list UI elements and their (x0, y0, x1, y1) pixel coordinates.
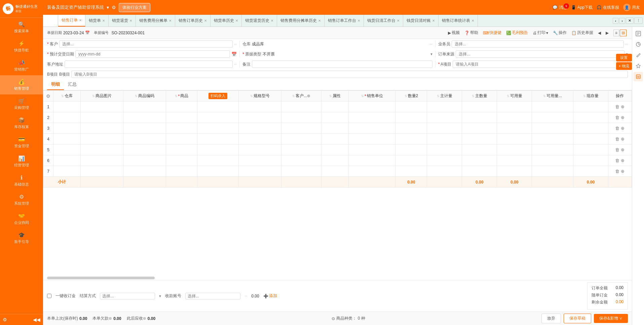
topbar-settings-icon[interactable]: ⚙ (112, 5, 116, 10)
tab-return-history[interactable]: 销货退货历史 ✕ (242, 15, 277, 27)
strip-icon-1[interactable] (634, 29, 643, 38)
tab-summary[interactable]: 汇总 (64, 79, 81, 90)
row-copy-icon[interactable]: ⊕ (621, 147, 624, 152)
view-btn[interactable]: ▶ 视频 (447, 29, 461, 36)
strip-icon-2[interactable] (634, 40, 643, 49)
calendar-icon[interactable]: 📅 (85, 31, 90, 35)
collapse-icon[interactable]: ◀◀ (33, 317, 40, 322)
warehouse-expand-icon[interactable]: ··· (429, 42, 432, 46)
operations-btn[interactable]: 🔧 操作 (552, 29, 568, 36)
delivery-calendar-icon[interactable]: 📅 (231, 52, 237, 57)
sidebar-item-inventory[interactable]: 📦 库存核算 (0, 114, 43, 133)
sidebar-item-finance[interactable]: 💳 资金管理 (0, 133, 43, 152)
save-draft-btn[interactable]: 保存草稿 (564, 314, 591, 323)
sidebar-item-purchase[interactable]: 🛒 采购管理 (0, 94, 43, 114)
one-click-checkbox[interactable] (47, 294, 51, 298)
message-btn[interactable]: 💬 9 消息 (553, 5, 567, 10)
online-service-btn[interactable]: 🎧 在线客服 (597, 5, 619, 10)
customer-expand-icon[interactable]: ··· (234, 42, 237, 46)
tab-close-icon[interactable]: ✕ (271, 19, 273, 23)
print-btn[interactable]: 🖨 打印 ▾ (531, 29, 550, 36)
tab-sales-fee[interactable]: 销售费用分摊单 ✕ (136, 15, 175, 27)
strip-icon-3[interactable] (634, 50, 643, 60)
tab-close-icon[interactable]: ✕ (432, 19, 435, 23)
account-input[interactable] (185, 293, 240, 299)
delivery-input[interactable] (75, 50, 230, 58)
row-copy-icon[interactable]: ⊕ (621, 126, 624, 131)
sidebar-item-marketing[interactable]: 📣 营销推广 (0, 56, 43, 75)
shortcut-btn[interactable]: ⌨ 快捷键 (482, 29, 503, 36)
user-btn[interactable]: 👤 用友 (623, 4, 640, 11)
row-delete-icon[interactable]: 🗑 (615, 147, 619, 152)
tab-close-icon[interactable]: ✕ (471, 19, 474, 23)
customer-input[interactable] (59, 40, 233, 48)
remark-input[interactable] (252, 60, 432, 68)
tab-detail[interactable]: 明细 (47, 79, 64, 90)
table-settings-icon[interactable]: ⚙ (46, 93, 50, 99)
tab-next-btn[interactable]: › (619, 18, 625, 24)
history-btn[interactable]: 📋 历史单据 (570, 29, 595, 36)
tab-cashflow-workbench[interactable]: 钱货日清工作台 ✕ (364, 15, 403, 27)
staff-expand-icon[interactable]: ··· (625, 42, 628, 46)
b-project-input[interactable] (71, 71, 628, 78)
sidebar-item-search[interactable]: 🔍 搜索菜单 (0, 18, 43, 37)
sidebar-item-quicknav[interactable]: ⚡ 快捷导航 (0, 37, 43, 56)
tab-close-icon[interactable]: ✕ (357, 19, 360, 23)
tab-goods-history[interactable]: 销货单历史 ✕ (211, 15, 242, 27)
row-copy-icon[interactable]: ⊕ (621, 115, 624, 120)
horizontal-scrollbar[interactable] (47, 277, 155, 279)
tab-close-icon[interactable]: ✕ (397, 19, 400, 23)
row-copy-icon[interactable]: ⊕ (621, 158, 624, 163)
tab-cashflow-reconcile[interactable]: 钱货日清对账 ✕ (403, 15, 439, 27)
address-input[interactable] (65, 60, 233, 68)
tab-close-icon[interactable]: ✕ (169, 19, 172, 23)
app-download-btn[interactable]: 📱 App下载 (571, 5, 593, 10)
row-delete-icon[interactable]: 🗑 (615, 115, 619, 120)
row-delete-icon[interactable]: 🗑 (615, 158, 619, 163)
tab-home[interactable]: 首页 (43, 15, 58, 27)
sidebar-item-basic[interactable]: ℹ 基础信息 (0, 171, 43, 190)
tab-prev-btn[interactable]: ‹ (613, 18, 619, 24)
profit-btn[interactable]: 💹 毛利预告 (505, 29, 529, 36)
tab-workbench[interactable]: 销售订单工作台 ✕ (325, 15, 364, 27)
sidebar-item-sales[interactable]: 💰 销售管理 (0, 75, 43, 94)
tab-close-icon[interactable]: ✕ (318, 19, 321, 23)
tab-menu-btn[interactable]: ⋮ (634, 17, 643, 24)
tab-close-icon[interactable]: ✕ (235, 19, 238, 23)
tab-sales-return[interactable]: 销货退货 ✕ (109, 15, 136, 27)
nav-next-btn[interactable]: ▶ (604, 30, 610, 36)
address-expand-icon[interactable]: ··· (234, 63, 237, 66)
tab-sales-order-history[interactable]: 销售订单历史 ✕ (175, 15, 211, 27)
settings-quick-btn[interactable]: 设置 (616, 54, 632, 62)
account-expand-icon[interactable]: ··· (244, 294, 247, 298)
payment-method-dropdown[interactable]: ▾ (159, 294, 161, 298)
row-delete-icon[interactable]: 🗑 (615, 169, 619, 174)
order-source-input[interactable] (456, 50, 624, 58)
sidebar-item-system[interactable]: ⚙ 系统管理 (0, 190, 43, 209)
tab-sales-order[interactable]: 销售订单 ✕ (58, 15, 85, 27)
discard-btn[interactable]: 放弃 (541, 314, 561, 323)
tab-close-all-btn[interactable]: ✕ (626, 17, 634, 24)
sidebar-item-collaboration[interactable]: 🤝 企业协同 (0, 209, 43, 229)
sidebar-item-guide[interactable]: 🎓 新手引导 (0, 229, 43, 248)
row-delete-icon[interactable]: 🗑 (615, 104, 619, 109)
tab-close-icon[interactable]: ✕ (102, 19, 105, 23)
tab-close-icon[interactable]: ✕ (204, 19, 207, 23)
tab-close-icon[interactable]: ✕ (79, 18, 82, 22)
row-copy-icon[interactable]: ⊕ (621, 136, 624, 141)
row-delete-icon[interactable]: 🗑 (615, 136, 619, 141)
a-project-input[interactable] (453, 60, 628, 68)
strip-icon-5[interactable]: le (634, 72, 643, 81)
strip-icon-4[interactable] (634, 61, 643, 71)
dropdown-arrow-icon[interactable]: ▾ (107, 5, 109, 10)
invoice-dropdown-icon[interactable]: ▾ (430, 52, 432, 56)
payment-method-input[interactable] (100, 293, 155, 299)
print-dropdown-icon[interactable]: ▾ (546, 31, 548, 35)
sidebar-item-management[interactable]: 📊 经营管理 (0, 152, 43, 171)
tab-sales-summary[interactable]: 销售订单统计表 ✕ (439, 15, 478, 27)
add-material-quick-btn[interactable]: + 物流 (616, 62, 632, 70)
scan-btn[interactable]: 扫码录入 (209, 93, 227, 99)
list-view-icon[interactable]: ≡ (613, 30, 619, 36)
staff-input[interactable] (452, 40, 624, 48)
add-payment-btn[interactable]: ➕ 添加 (263, 293, 277, 299)
